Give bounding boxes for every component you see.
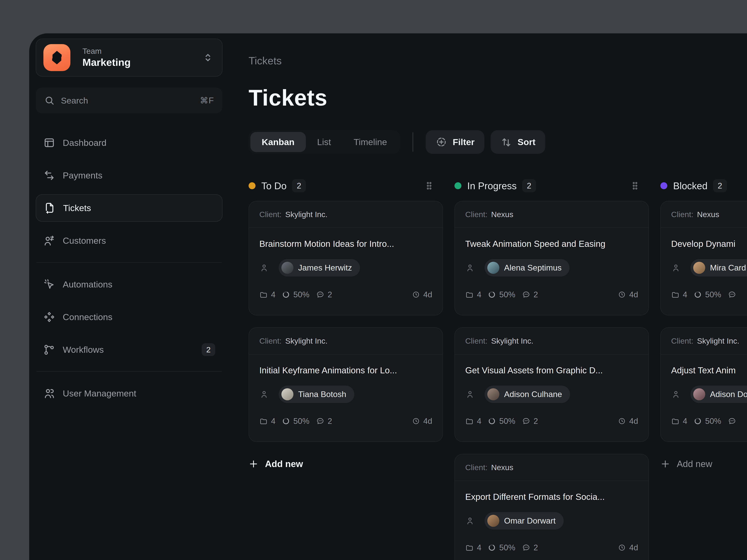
sidebar-item-customers[interactable]: Customers	[36, 227, 223, 254]
view-switcher: Kanban List Timeline	[249, 130, 400, 154]
assignee-name: Tiana Botosh	[298, 390, 346, 399]
ticket-card[interactable]: Client: Nexus Export Different Formats f…	[455, 454, 649, 560]
comment-icon	[728, 417, 736, 425]
sidebar-item-dashboard[interactable]: Dashboard	[36, 129, 223, 156]
assignee-name: Mira Card	[710, 263, 746, 272]
ticket-card[interactable]: Client: Skylight Inc. Initial Keyframe A…	[249, 327, 443, 442]
ticket-card[interactable]: Client: Skylight Inc. Brainstorm Motion …	[249, 201, 443, 315]
assignee-name: Alena Septimus	[504, 263, 562, 272]
toolbar-divider	[413, 132, 413, 152]
sidebar-item-automations[interactable]: Automations	[36, 271, 223, 298]
breadcrumb: Tickets	[249, 55, 747, 67]
tab-kanban[interactable]: Kanban	[250, 132, 306, 152]
client-name: Skylight Inc.	[285, 210, 328, 219]
progress-stat: 50%	[488, 417, 515, 426]
card-stats: 4 50% 2 4d	[465, 290, 638, 299]
person-icon	[465, 516, 475, 526]
due-value: 4d	[629, 290, 638, 299]
connections-icon	[43, 311, 55, 323]
add-new-button[interactable]: Add new	[249, 459, 443, 469]
progress-value: 50%	[705, 290, 721, 299]
folder-icon	[671, 290, 679, 299]
add-new-button[interactable]: Add new	[660, 459, 747, 469]
assignee-pill[interactable]: Mira Card	[691, 259, 747, 276]
comments-stat: 2	[522, 290, 538, 299]
tab-timeline[interactable]: Timeline	[342, 132, 398, 152]
filter-label: Filter	[453, 137, 474, 147]
client-label: Client:	[465, 210, 488, 219]
card-client-row: Client: Skylight Inc.	[661, 328, 747, 354]
assignee-pill[interactable]: Adison Culhane	[485, 385, 570, 403]
search-shortcut: ⌘F	[200, 96, 214, 105]
sidebar-item-payments[interactable]: Payments	[36, 162, 223, 189]
sidebar-item-connections[interactable]: Connections	[36, 303, 223, 331]
sidebar-divider	[36, 262, 222, 263]
assignee-row: Tiana Botosh	[259, 385, 432, 403]
card-client-row: Client: Nexus	[455, 454, 648, 481]
files-count: 4	[271, 290, 275, 299]
person-icon	[259, 390, 269, 399]
assignee-pill[interactable]: Adison Do	[691, 385, 747, 403]
assignee-pill[interactable]: Omar Dorwart	[485, 512, 564, 530]
filter-button[interactable]: Filter	[426, 130, 484, 154]
assignee-name: Omar Dorwart	[504, 516, 556, 526]
due-stat: 4d	[412, 290, 432, 299]
sidebar-item-label: Tickets	[63, 203, 91, 213]
drag-handle-icon[interactable]	[424, 181, 434, 191]
client-name: Skylight Inc.	[697, 337, 739, 345]
due-value: 4d	[423, 290, 432, 299]
folder-icon	[259, 417, 268, 425]
sidebar-item-user-management[interactable]: User Management	[36, 380, 223, 407]
comment-icon	[316, 417, 325, 425]
sidebar-nav: Dashboard Payments Tickets	[36, 129, 223, 407]
folder-icon	[671, 417, 679, 425]
assignee-pill[interactable]: Tiana Botosh	[279, 385, 354, 403]
page-title: Tickets	[249, 84, 747, 111]
progress-value: 50%	[499, 417, 515, 426]
ticket-card[interactable]: Client: Skylight Inc. Get Visual Assets …	[455, 327, 649, 442]
progress-ring-icon	[282, 291, 290, 299]
files-stat: 4	[259, 290, 275, 299]
chevron-up-down-icon	[202, 51, 214, 64]
sort-button[interactable]: Sort	[491, 130, 545, 154]
comments-count: 2	[534, 290, 538, 299]
ticket-card[interactable]: Client: Skylight Inc. Adjust Text Anim A…	[660, 327, 747, 442]
ticket-card[interactable]: Client: Nexus Tweak Animation Speed and …	[455, 201, 649, 315]
folder-icon	[465, 543, 473, 552]
plus-icon	[249, 459, 258, 469]
tab-list[interactable]: List	[306, 132, 342, 152]
comment-icon	[316, 290, 325, 299]
drag-handle-icon[interactable]	[630, 181, 640, 191]
column-todo: Client: Skylight Inc. Brainstorm Motion …	[249, 201, 443, 560]
sidebar-item-tickets[interactable]: Tickets	[36, 194, 223, 222]
ticket-card[interactable]: Client: Nexus Develop Dynami Mira Card	[660, 201, 747, 315]
team-selector[interactable]: Team Marketing	[36, 38, 223, 77]
automations-icon	[43, 278, 55, 291]
progress-stat: 50%	[282, 290, 309, 299]
comment-icon	[522, 417, 530, 425]
sidebar-divider	[36, 371, 222, 372]
progress-value: 50%	[293, 290, 309, 299]
comments-count: 2	[328, 417, 332, 426]
assignee-pill[interactable]: Alena Septimus	[485, 259, 570, 276]
card-client-row: Client: Skylight Inc.	[249, 328, 443, 354]
card-title: Get Visual Assets from Graphic D...	[465, 365, 638, 375]
column-count-badge: 2	[522, 179, 536, 192]
folder-icon	[465, 417, 473, 425]
sidebar-item-workflows[interactable]: Workflows 2	[36, 336, 223, 363]
client-label: Client:	[671, 337, 693, 345]
customers-icon	[43, 234, 55, 247]
assignee-pill[interactable]: James Herwitz	[279, 259, 360, 276]
due-value: 4d	[629, 543, 638, 552]
card-title: Develop Dynami	[671, 239, 747, 249]
assignee-name: Adison Do	[710, 390, 747, 399]
client-name: Skylight Inc.	[491, 337, 534, 345]
search-input[interactable]: Search ⌘F	[36, 87, 223, 113]
avatar	[693, 388, 705, 400]
workflows-icon	[43, 343, 55, 356]
sidebar-item-label: Payments	[63, 170, 103, 181]
folder-icon	[259, 290, 268, 299]
card-body: Export Different Formats for Socia... Om…	[455, 481, 648, 552]
clock-icon	[618, 543, 626, 552]
due-stat: 4d	[618, 417, 638, 426]
